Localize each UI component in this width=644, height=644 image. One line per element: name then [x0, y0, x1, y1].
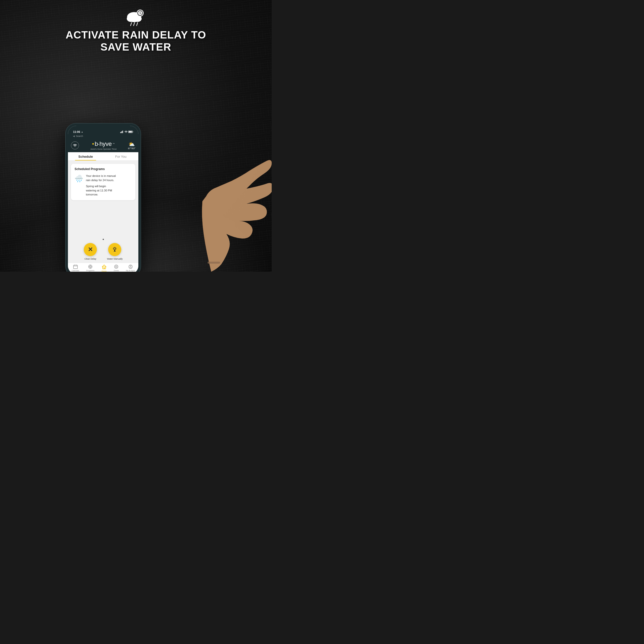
scrollable-content: Scheduled Programs 🌧️ Your device is in … [68, 161, 138, 263]
phone-device: 11:06 ▲ [65, 123, 141, 272]
svg-point-44 [116, 266, 116, 267]
sprinkler-icon [111, 246, 118, 253]
card-title: Scheduled Programs [74, 167, 132, 171]
dot-indicator [68, 236, 138, 241]
bhyve-dot [92, 143, 94, 145]
clear-delay-label: Clear Delay [85, 258, 96, 260]
svg-rect-41 [104, 268, 105, 269]
svg-point-35 [90, 266, 91, 267]
rain-cloud-icon: 🌧️ [74, 174, 83, 183]
nav-calendar[interactable]: Calendar [71, 264, 79, 272]
home-icon [102, 264, 107, 269]
svg-line-26 [115, 248, 116, 248]
app-header: b·hyve ™ Jared's Home Sprinkler Timer ⛅ … [68, 139, 138, 152]
calendar-icon [73, 264, 78, 269]
nav-programs[interactable]: Programs [86, 264, 95, 272]
status-time: 11:06 [73, 130, 80, 133]
page-dot [103, 239, 104, 240]
svg-rect-21 [129, 131, 132, 133]
svg-rect-32 [74, 265, 75, 266]
svg-point-46 [130, 266, 131, 267]
watering-schedule-message: Spring will begin watering at 11:30 PM t… [86, 184, 116, 197]
rain-delay-message: Your device is in manual rain delay for … [86, 174, 116, 182]
nav-home-label: Home [102, 270, 107, 272]
device-wifi-icon[interactable] [71, 141, 79, 149]
x-icon: ✕ [88, 246, 93, 253]
signal-icon [120, 131, 124, 133]
nav-my-bhyve[interactable]: My B-hyve [126, 264, 135, 272]
wifi-status-icon [125, 131, 128, 133]
svg-rect-23 [114, 251, 116, 252]
water-manually-label: Water Manually [107, 258, 123, 260]
water-manually-circle[interactable] [108, 243, 121, 256]
my-bhyve-icon [128, 264, 133, 269]
wifi-icon [73, 144, 77, 147]
search-bar[interactable]: ◀ Search [68, 134, 138, 139]
bhyve-wordmark: b·hyve [95, 140, 112, 147]
zones-icon [114, 264, 118, 269]
bottom-nav: Calendar Programs [68, 263, 138, 272]
tab-for-you[interactable]: For You [103, 152, 138, 160]
nav-calendar-label: Calendar [71, 269, 79, 272]
nav-zones[interactable]: Zones [114, 264, 119, 272]
location-arrow: ▲ [81, 131, 83, 133]
weather-temp: 87°/63° [128, 147, 136, 150]
phone-container: 11:06 ▲ [65, 123, 141, 272]
svg-rect-33 [76, 265, 76, 266]
main-content: Scheduled Programs 🌧️ Your device is in … [68, 161, 138, 236]
programs-icon [88, 264, 93, 269]
headline: ACTIVATE RAIN DELAY TO SAVE WATER [66, 29, 206, 53]
bhyve-logo-area: b·hyve ™ Jared's Home Sprinkler Timer [90, 140, 117, 150]
svg-line-13 [134, 23, 135, 26]
action-buttons: ✕ Clear Delay [68, 241, 138, 263]
nav-my-bhyve-label: My B-hyve [126, 269, 135, 272]
tabs-container: Schedule For You [68, 152, 138, 161]
svg-rect-16 [121, 132, 122, 133]
rain-delay-icon [125, 8, 147, 26]
svg-rect-18 [123, 131, 123, 133]
info-text: Your device is in manual rain delay for … [86, 174, 116, 197]
clear-delay-button[interactable]: ✕ Clear Delay [84, 243, 97, 260]
clear-delay-circle[interactable]: ✕ [84, 243, 97, 256]
phone-screen: 11:06 ▲ [68, 126, 138, 272]
phone-notch [91, 126, 116, 131]
svg-rect-30 [73, 265, 77, 269]
svg-rect-20 [133, 132, 133, 132]
svg-line-12 [131, 23, 132, 26]
status-icons [120, 131, 133, 133]
weather-icon: ⛅ [128, 141, 136, 147]
tab-schedule[interactable]: Schedule [68, 152, 103, 160]
nav-zones-label: Zones [114, 269, 119, 272]
search-label: Search [76, 135, 83, 137]
svg-rect-15 [120, 132, 121, 133]
svg-rect-17 [122, 131, 122, 133]
weather-area: ⛅ 87°/63° [128, 141, 136, 150]
svg-line-27 [113, 248, 114, 248]
nav-programs-label: Programs [86, 269, 95, 272]
nav-home[interactable]: Home [102, 264, 107, 272]
bhyve-logo: b·hyve ™ [90, 140, 117, 147]
info-row: 🌧️ Your device is in manual rain delay f… [74, 174, 132, 197]
bhyve-trademark: ™ [112, 143, 115, 145]
battery-status-icon [128, 131, 133, 133]
svg-line-14 [137, 23, 138, 26]
scheduled-programs-card: Scheduled Programs 🌧️ Your device is in … [71, 164, 135, 200]
device-name: Jared's Home Sprinkler Timer [90, 148, 117, 150]
header-area: ACTIVATE RAIN DELAY TO SAVE WATER [0, 8, 272, 53]
water-manually-button[interactable]: Water Manually [107, 243, 123, 260]
